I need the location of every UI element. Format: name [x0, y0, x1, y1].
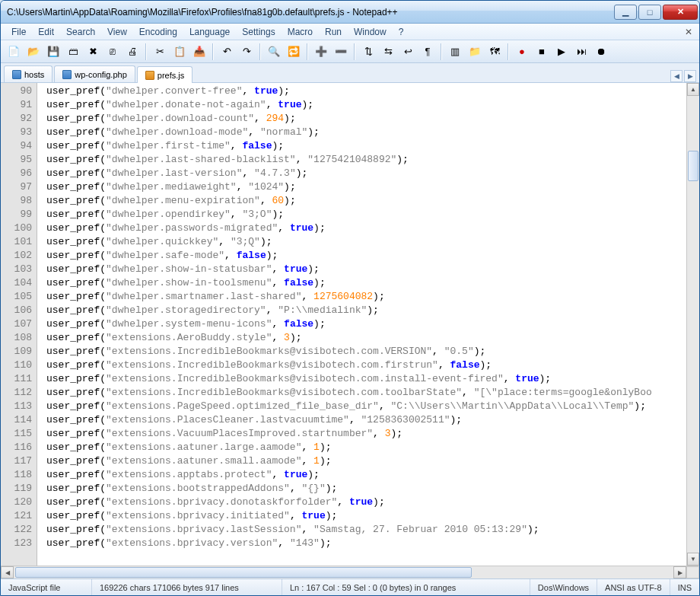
sync-h-icon[interactable]: ⇆ — [380, 43, 396, 60]
code-line[interactable]: user_pref("extensions.bprivacy.lastSessi… — [46, 523, 686, 537]
print-icon[interactable]: 🖨 — [124, 43, 141, 60]
mdi-close-icon[interactable]: ✕ — [682, 27, 695, 37]
code-line[interactable]: user_pref("extensions.PlacesCleaner.last… — [46, 413, 686, 427]
code-line[interactable]: user_pref("extensions.PageSpeed.optimize… — [46, 400, 686, 413]
code-line[interactable]: user_pref("dwhelper.convert-free", true)… — [46, 84, 686, 98]
code-line[interactable]: user_pref("dwhelper.last-version", "4.7.… — [46, 167, 686, 180]
menu-window[interactable]: Window — [348, 25, 393, 39]
code-line[interactable]: user_pref("extensions.IncredibleBookmark… — [46, 345, 686, 359]
open-file-icon[interactable]: 📂 — [25, 43, 42, 60]
find-icon[interactable]: 🔍 — [266, 43, 282, 60]
zoom-in-icon[interactable]: ➕ — [313, 43, 329, 60]
code-line[interactable]: user_pref("extensions.AeroBuddy.style", … — [46, 331, 686, 345]
code-line[interactable]: user_pref("extensions.IncredibleBookmark… — [46, 372, 686, 386]
record-macro-icon[interactable]: ● — [514, 43, 530, 60]
scroll-up-icon[interactable]: ▲ — [687, 83, 699, 96]
undo-icon[interactable]: ↶ — [218, 43, 235, 60]
code-line[interactable]: user_pref("dwhelper.quickkey", "3;Q"); — [46, 235, 686, 249]
line-number: 117 — [2, 454, 32, 468]
code-line[interactable]: user_pref("dwhelper.first-time", false); — [46, 139, 686, 153]
close-file-icon[interactable]: ✖ — [84, 43, 101, 60]
status-eol[interactable]: Dos\Windows — [530, 579, 597, 595]
redo-icon[interactable]: ↷ — [238, 43, 255, 60]
status-encoding[interactable]: ANSI as UTF-8 — [597, 579, 670, 595]
code-line[interactable]: user_pref("dwhelper.download-mode", "nor… — [46, 126, 686, 139]
code-line[interactable]: user_pref("extensions.aatuner.small.aamo… — [46, 454, 686, 468]
hscroll-thumb[interactable] — [15, 567, 472, 578]
copy-icon[interactable]: 📋 — [171, 43, 188, 60]
menu-settings[interactable]: Settings — [236, 25, 281, 39]
menu-search[interactable]: Search — [60, 25, 101, 39]
scroll-left-icon[interactable]: ◀ — [1, 566, 14, 578]
paste-icon[interactable]: 📥 — [191, 43, 208, 60]
tab-prev-icon[interactable]: ◀ — [670, 70, 682, 82]
doc-map-icon[interactable]: 🗺 — [486, 43, 503, 60]
stop-macro-icon[interactable]: ■ — [533, 43, 550, 60]
cut-icon[interactable]: ✂ — [151, 43, 168, 60]
close-window-button[interactable] — [663, 5, 698, 20]
code-line[interactable]: user_pref("extensions.bprivacy.version",… — [46, 537, 686, 550]
code-line[interactable]: user_pref("dwhelper.menu-expiration", 60… — [46, 194, 686, 208]
zoom-out-icon[interactable]: ➖ — [332, 43, 349, 60]
tab-hosts[interactable]: hosts — [4, 65, 52, 82]
code-line[interactable]: user_pref("dwhelper.show-in-statusbar", … — [46, 263, 686, 276]
sync-v-icon[interactable]: ⇅ — [360, 43, 377, 60]
replace-icon[interactable]: 🔁 — [285, 43, 302, 60]
save-icon[interactable]: 💾 — [45, 43, 62, 60]
code-line[interactable]: user_pref("dwhelper.system-menu-icons", … — [46, 317, 686, 331]
save-all-icon[interactable]: 🗃 — [65, 43, 81, 60]
status-mode[interactable]: INS — [670, 579, 699, 595]
code-editor[interactable]: user_pref("dwhelper.convert-free", true)… — [37, 83, 686, 566]
code-line[interactable]: user_pref("dwhelper.donate-not-again", t… — [46, 98, 686, 112]
titlebar[interactable]: C:\Users\Martin\AppData\Roaming\Mozilla\… — [1, 1, 699, 24]
play-multi-icon[interactable]: ⏭ — [573, 43, 590, 60]
menu-run[interactable]: Run — [319, 25, 348, 39]
menu-encoding[interactable]: Encoding — [133, 25, 183, 39]
wrap-icon[interactable]: ↩ — [399, 43, 416, 60]
scrollbar-thumb[interactable] — [688, 151, 698, 181]
play-macro-icon[interactable]: ▶ — [553, 43, 570, 60]
close-all-icon[interactable]: ⎚ — [104, 43, 121, 60]
code-line[interactable]: user_pref("dwhelper.opendirkey", "3;O"); — [46, 208, 686, 222]
code-line[interactable]: user_pref("dwhelper.last-shared-blacklis… — [46, 153, 686, 167]
code-line[interactable]: user_pref("extensions.bprivacy.initiated… — [46, 509, 686, 523]
hscroll-track[interactable] — [14, 566, 673, 578]
scroll-right-icon[interactable]: ▶ — [673, 566, 686, 578]
folder-view-icon[interactable]: 📁 — [466, 43, 483, 60]
line-number: 102 — [2, 249, 32, 263]
menu-edit[interactable]: Edit — [32, 25, 60, 39]
menu-view[interactable]: View — [101, 25, 133, 39]
code-line[interactable]: user_pref("dwhelper.storagedirectory", "… — [46, 304, 686, 317]
menu-macro[interactable]: Macro — [282, 25, 319, 39]
code-line[interactable]: user_pref("extensions.IncredibleBookmark… — [46, 359, 686, 372]
scroll-down-icon[interactable]: ▼ — [687, 553, 699, 566]
code-line[interactable]: user_pref("extensions.VacuumPlacesImprov… — [46, 427, 686, 441]
menu-file[interactable]: File — [5, 25, 32, 39]
scrollbar-track[interactable] — [687, 96, 699, 553]
code-line[interactable]: user_pref("dwhelper.mediaweight", "1024"… — [46, 180, 686, 194]
code-line[interactable]: user_pref("dwhelper.download-count", 294… — [46, 112, 686, 126]
indent-guide-icon[interactable]: ▥ — [447, 43, 463, 60]
menu-language[interactable]: Language — [183, 25, 236, 39]
new-file-icon[interactable]: 📄 — [5, 43, 22, 60]
editor-area: 9091929394959697989910010110210310410510… — [1, 83, 699, 566]
menu-help[interactable]: ? — [393, 25, 410, 39]
maximize-button[interactable] — [638, 5, 661, 20]
code-line[interactable]: user_pref("dwhelper.passwords-migrated",… — [46, 222, 686, 235]
minimize-button[interactable] — [614, 5, 637, 20]
show-all-chars-icon[interactable]: ¶ — [419, 43, 436, 60]
code-line[interactable]: user_pref("extensions.bootstrappedAddons… — [46, 482, 686, 496]
tab-next-icon[interactable]: ▶ — [684, 70, 696, 82]
tab-wp-config-php[interactable]: wp-config.php — [54, 65, 135, 82]
code-line[interactable]: user_pref("extensions.apptabs.protect", … — [46, 468, 686, 482]
save-macro-icon[interactable]: ⏺ — [593, 43, 609, 60]
vertical-scrollbar[interactable]: ▲ ▼ — [686, 83, 699, 566]
code-line[interactable]: user_pref("dwhelper.smartnamer.last-shar… — [46, 290, 686, 304]
code-line[interactable]: user_pref("extensions.bprivacy.donotaskf… — [46, 496, 686, 509]
code-line[interactable]: user_pref("extensions.IncredibleBookmark… — [46, 386, 686, 400]
horizontal-scrollbar[interactable]: ◀ ▶ — [1, 566, 699, 578]
code-line[interactable]: user_pref("dwhelper.show-in-toolsmenu", … — [46, 276, 686, 290]
code-line[interactable]: user_pref("dwhelper.safe-mode", false); — [46, 249, 686, 263]
code-line[interactable]: user_pref("extensions.aatuner.large.aamo… — [46, 441, 686, 454]
tab-prefs-js[interactable]: prefs.js — [137, 66, 192, 83]
